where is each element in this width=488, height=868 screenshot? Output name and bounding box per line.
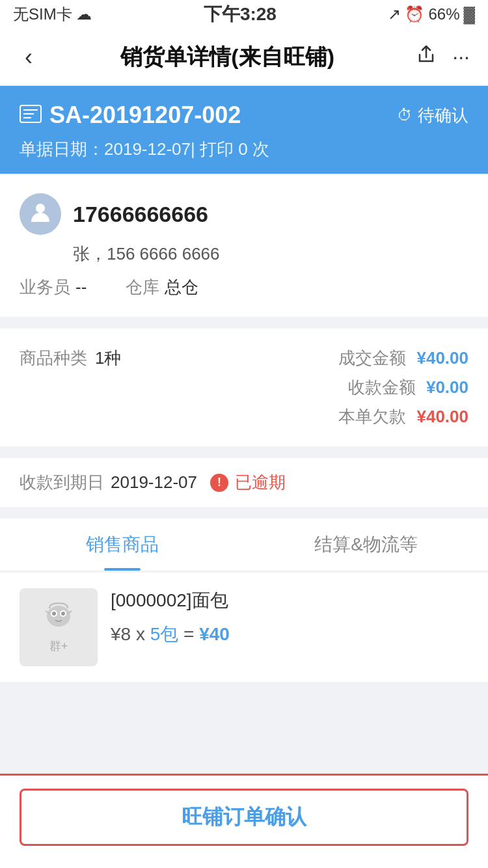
avatar (20, 193, 61, 235)
tab-settlement-label: 结算&物流等 (314, 532, 418, 557)
received-row: 收款金额 ¥0.00 (348, 376, 468, 399)
location-icon: ↗ (388, 5, 401, 23)
customer-card: 17666666666 张，156 6666 6666 业务员 -- 仓库 总仓 (0, 175, 488, 317)
clock-icon: ⏱ (397, 106, 413, 124)
battery-icon: ▓ (464, 5, 476, 23)
order-id: SA-20191207-002 (20, 102, 241, 129)
transaction-row: 成交金额 ¥40.00 (338, 347, 468, 370)
owed-value: ¥40.00 (416, 407, 468, 427)
customer-phone: 17666666666 (73, 202, 208, 227)
price-qty: 5包 (150, 624, 179, 644)
back-button[interactable]: ‹ (18, 37, 39, 77)
nav-bar: ‹ 销货单详情(来自旺铺) ··· (0, 29, 488, 86)
product-card: 群+ [0000002]面包 ¥8 x 5包 = ¥40 (0, 573, 488, 682)
product-info: [0000002]面包 ¥8 x 5包 = ¥40 (111, 588, 468, 647)
warehouse-label: 仓库 (126, 276, 159, 299)
status-badge: ⏱ 待确认 (397, 104, 468, 127)
received-label: 收款金额 (348, 376, 416, 399)
tab-settlement[interactable]: 结算&物流等 (244, 519, 488, 571)
warehouse-value: 总仓 (165, 276, 198, 299)
tab-sales-label: 销售商品 (86, 532, 159, 557)
transaction-value: ¥40.00 (416, 348, 468, 368)
brand-owl-icon (40, 601, 77, 636)
separator-1 (0, 318, 488, 329)
status-label: 待确认 (418, 104, 468, 127)
summary-card: 商品种类 1种 成交金额 ¥40.00 收款金额 ¥0.00 本单欠款 ¥40.… (0, 329, 488, 446)
nav-actions: ··· (416, 44, 470, 70)
warehouse-meta: 仓库 总仓 (126, 276, 198, 299)
tabs-container: 销售商品 结算&物流等 (0, 519, 488, 571)
due-date-card: 收款到期日 2019-12-07 ! 已逾期 (0, 458, 488, 507)
tab-sales-products[interactable]: 销售商品 (0, 519, 244, 571)
product-image: 群+ (20, 588, 98, 666)
user-icon (29, 200, 52, 229)
battery-label: 66% (428, 5, 459, 23)
separator-2 (0, 448, 488, 458)
brand-text: 群+ (49, 638, 68, 654)
svg-point-4 (36, 204, 45, 213)
product-type-row: 商品种类 1种 (20, 347, 121, 370)
bottom-button-wrap: 旺铺订单确认 (0, 774, 488, 868)
received-value: ¥0.00 (426, 377, 468, 398)
product-name: [0000002]面包 (111, 588, 468, 613)
customer-meta: 业务员 -- 仓库 总仓 (20, 276, 468, 299)
separator-3 (0, 508, 488, 519)
status-left: 无SIM卡 ☁ (13, 4, 92, 25)
svg-point-9 (61, 612, 65, 616)
sales-value: -- (75, 277, 87, 297)
page-title: 销货单详情(来自旺铺) (120, 42, 334, 72)
share-icon[interactable] (416, 44, 437, 70)
status-bar: 无SIM卡 ☁ 下午3:28 ↗ ⏰ 66% ▓ (0, 0, 488, 29)
order-icon (20, 102, 42, 129)
due-label: 收款到期日 (20, 471, 104, 494)
overdue-icon: ! (210, 474, 228, 492)
order-date: 单据日期：2019-12-07| 打印 0 次 (20, 138, 468, 161)
owed-label: 本单欠款 (338, 405, 406, 428)
status-time: 下午3:28 (204, 2, 277, 27)
due-date-value: 2019-12-07 (111, 472, 197, 493)
transaction-label: 成交金额 (338, 347, 406, 370)
confirm-button[interactable]: 旺铺订单确认 (20, 789, 468, 846)
product-image-inner: 群+ (40, 601, 77, 654)
product-type-value: 1种 (95, 347, 121, 370)
product-type-label: 商品种类 (20, 347, 87, 370)
price-separator: = (178, 624, 199, 644)
price-label: ¥8 x (111, 624, 150, 644)
sales-label: 业务员 (20, 276, 70, 299)
tab-underline (104, 568, 141, 571)
customer-name: 张，156 6666 6666 (20, 243, 468, 265)
price-total: ¥40 (199, 624, 230, 644)
sales-meta: 业务员 -- (20, 276, 87, 299)
alarm-icon: ⏰ (405, 5, 424, 23)
product-price: ¥8 x 5包 = ¥40 (111, 622, 468, 647)
summary-right: 成交金额 ¥40.00 收款金额 ¥0.00 本单欠款 ¥40.00 (338, 347, 468, 428)
status-right: ↗ ⏰ 66% ▓ (388, 5, 475, 23)
owed-row: 本单欠款 ¥40.00 (338, 405, 468, 428)
sim-label: 无SIM卡 ☁ (13, 4, 92, 25)
summary-left: 商品种类 1种 (20, 347, 121, 370)
header-top: SA-20191207-002 ⏱ 待确认 (20, 102, 468, 129)
overdue-text: 已逾期 (235, 471, 286, 494)
header-card: SA-20191207-002 ⏱ 待确认 单据日期：2019-12-07| 打… (0, 86, 488, 174)
more-icon[interactable]: ··· (452, 45, 470, 69)
customer-row: 17666666666 (20, 193, 468, 235)
svg-point-8 (52, 612, 56, 616)
svg-point-5 (47, 606, 70, 627)
